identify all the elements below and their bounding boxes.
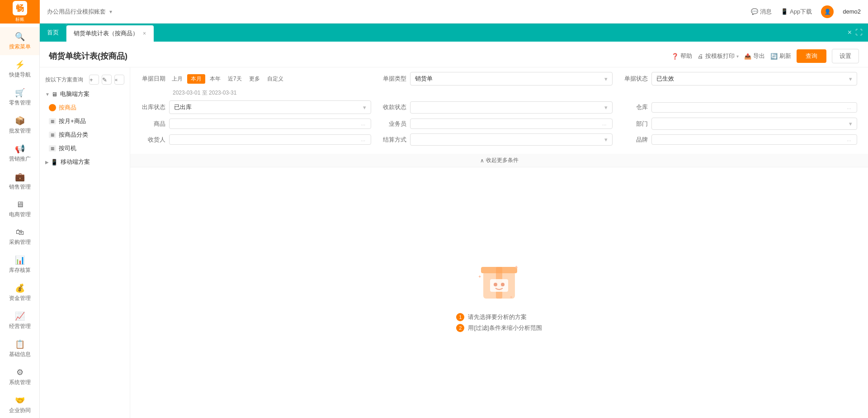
app-download-button[interactable]: 📱 App下载 xyxy=(781,8,812,16)
query-button[interactable]: 查询 xyxy=(797,49,826,63)
tab-sales-stats-label: 销货单统计表（按商品） xyxy=(74,29,138,38)
filter-cell-docstatus: 单据状态 已生效 ▾ xyxy=(620,72,861,86)
filter-cell-receiver: 收货人 … xyxy=(137,133,378,146)
print-dropdown-icon[interactable]: ▾ xyxy=(736,54,739,59)
user-name: demo2 xyxy=(843,8,861,15)
collapse-bar[interactable]: ∧ 收起更多条件 xyxy=(130,154,868,167)
user-avatar[interactable]: 👤 xyxy=(821,5,834,18)
warehouse-label: 仓库 xyxy=(620,103,651,111)
sidebar-item-enterprise[interactable]: 🤝 企业协同 xyxy=(0,391,39,418)
sidebar-finance-label: 资金管理 xyxy=(9,294,31,302)
sidebar-system-label: 系统管理 xyxy=(9,379,31,386)
print-button[interactable]: 🖨 按模板打印 ▾ xyxy=(698,52,739,60)
tab-fullscreen-button[interactable]: ⛶ xyxy=(855,28,863,37)
docstatus-arrow-icon: ▾ xyxy=(849,76,852,82)
doctype-select[interactable]: 销货单 ▾ xyxy=(410,72,612,86)
ecommerce-icon: 🖥 xyxy=(16,200,24,209)
empty-state: ✦ ✦ ✦ 1 请先选择要分析的方案 2 用[过滤]条件来缩小分析范围 xyxy=(130,167,868,418)
sidebar-search-label: 搜索菜单 xyxy=(9,43,31,51)
sidebar-marketing-label: 营销推广 xyxy=(9,155,31,163)
tree-item-by-month-goods[interactable]: ▦ 按月+商品 xyxy=(45,114,130,128)
staff-input[interactable]: … xyxy=(410,119,612,129)
app-title: 办公用品行业模拟账套 xyxy=(47,8,106,16)
left-panel-add-button[interactable]: + xyxy=(89,75,99,85)
left-panel-edit-button[interactable]: ✎ xyxy=(102,75,112,85)
brand-input[interactable]: … xyxy=(651,134,857,145)
left-panel-collapse-button[interactable]: « xyxy=(114,75,124,85)
tab-home[interactable]: 首页 xyxy=(40,24,66,42)
page-actions: ❓ 帮助 🖨 按模板打印 ▾ 📤 导出 🔄 刷新 查询 设置 xyxy=(671,49,859,63)
docstatus-select[interactable]: 已生效 ▾ xyxy=(651,72,857,86)
sidebar-item-wholesale[interactable]: 📦 批发管理 xyxy=(0,111,39,139)
system-icon: ⚙ xyxy=(16,367,24,377)
retail-icon: 🛒 xyxy=(15,88,25,98)
svg-point-5 xyxy=(501,283,505,286)
payment-arrow-icon: ▾ xyxy=(604,104,608,111)
date-btn-7days[interactable]: 近7天 xyxy=(225,74,245,84)
sidebar-item-quicknav[interactable]: ⚡ 快捷导航 xyxy=(0,55,39,83)
message-button[interactable]: 💬 消息 xyxy=(751,8,772,16)
tree-group-mobile-label[interactable]: ▶ 📱 移动端方案 xyxy=(40,155,130,169)
sidebar-item-sales[interactable]: 💼 销售管理 xyxy=(0,167,39,195)
export-label: 导出 xyxy=(753,52,765,60)
sidebar: 畅 标账 🔍 搜索菜单 ⚡ 快捷导航 🛒 零售管理 📦 批发管理 📢 营销推广 … xyxy=(0,0,40,418)
warehouse-input[interactable]: … xyxy=(651,102,857,113)
goods-input[interactable]: … xyxy=(169,119,371,129)
sidebar-item-ecommerce[interactable]: 🖥 电商管理 xyxy=(0,195,39,223)
tree-item-by-category[interactable]: ▦ 按商品分类 xyxy=(45,128,130,142)
outstatus-arrow-icon: ▾ xyxy=(363,104,366,111)
sidebar-item-inventory[interactable]: 📊 库存核算 xyxy=(0,251,39,279)
filter-row-1: 单据日期 上月 本月 本年 近7天 更多 自定义 xyxy=(137,72,861,86)
doctype-value: 销货单 xyxy=(415,75,433,83)
sidebar-item-system[interactable]: ⚙ 系统管理 xyxy=(0,363,39,391)
settings-button[interactable]: 设置 xyxy=(832,49,859,63)
tree-group-pc-label[interactable]: ▼ 🖥 电脑端方案 xyxy=(40,87,130,101)
sidebar-item-finance[interactable]: 💰 资金管理 xyxy=(0,279,39,307)
date-btn-this-month[interactable]: 本月 xyxy=(187,74,205,84)
receiver-input[interactable]: … xyxy=(169,134,371,145)
filter-cell-staff: 业务员 … xyxy=(378,118,619,130)
page-content: 销货单统计表(按商品) ❓ 帮助 🖨 按模板打印 ▾ 📤 导出 🔄 刷新 xyxy=(40,42,868,418)
outstatus-value: 已出库 xyxy=(174,103,192,111)
date-btn-last-month[interactable]: 上月 xyxy=(169,74,185,84)
filter-row-3: 商品 … 业务员 … xyxy=(137,118,861,130)
payment-select[interactable]: ▾ xyxy=(410,101,612,114)
outstatus-select[interactable]: 已出库 ▾ xyxy=(169,100,371,114)
settlement-select[interactable]: ▾ xyxy=(410,133,612,146)
tree-item-by-goods[interactable]: 按商品 xyxy=(45,101,130,114)
inactive-indicator-3: ▦ xyxy=(49,145,56,152)
filter-section: 单据日期 上月 本月 本年 近7天 更多 自定义 xyxy=(130,67,868,154)
right-panel: 单据日期 上月 本月 本年 近7天 更多 自定义 xyxy=(130,67,868,418)
message-icon: 💬 xyxy=(751,8,758,15)
app-title-dropdown[interactable]: ▾ xyxy=(109,9,112,15)
empty-hint-2-text: 用[过滤]条件来缩小分析范围 xyxy=(468,324,542,332)
sidebar-item-basic[interactable]: 📋 基础信息 xyxy=(0,335,39,363)
print-label: 按模板打印 xyxy=(705,52,735,60)
sidebar-inventory-label: 库存核算 xyxy=(9,266,31,274)
empty-hint-1: 1 请先选择要分析的方案 xyxy=(456,313,527,321)
tab-sales-stats[interactable]: 销货单统计表（按商品） × xyxy=(66,25,154,42)
tree-group-pc-text: 电脑端方案 xyxy=(60,90,90,98)
help-button[interactable]: ❓ 帮助 xyxy=(671,52,692,60)
sidebar-item-operations[interactable]: 📈 经营管理 xyxy=(0,307,39,335)
logo[interactable]: 畅 标账 xyxy=(0,0,40,24)
goods-dots-icon: … xyxy=(361,121,366,126)
tab-close-all-button[interactable]: × xyxy=(848,28,852,37)
dept-select[interactable]: ▾ xyxy=(651,118,857,130)
tab-close-button[interactable]: × xyxy=(143,30,146,37)
sidebar-item-purchase[interactable]: 🛍 采购管理 xyxy=(0,223,39,251)
export-button[interactable]: 📤 导出 xyxy=(744,52,765,60)
tree-item-by-driver-label: 按司机 xyxy=(59,144,76,152)
sidebar-item-retail[interactable]: 🛒 零售管理 xyxy=(0,83,39,111)
date-btn-custom[interactable]: 自定义 xyxy=(264,74,286,84)
main-area: 办公用品行业模拟账套 ▾ 💬 消息 📱 App下载 👤 demo2 首页 销货单… xyxy=(40,0,868,418)
refresh-button[interactable]: 🔄 刷新 xyxy=(770,52,791,60)
date-btn-more[interactable]: 更多 xyxy=(246,74,263,84)
tree-item-by-driver[interactable]: ▦ 按司机 xyxy=(45,142,130,155)
sidebar-wholesale-label: 批发管理 xyxy=(9,127,31,135)
date-range-text: 2023-03-01 至 2023-03-31 xyxy=(173,89,236,97)
sidebar-item-marketing[interactable]: 📢 营销推广 xyxy=(0,139,39,167)
svg-point-4 xyxy=(494,283,497,286)
sidebar-item-search[interactable]: 🔍 搜索菜单 xyxy=(0,27,39,55)
date-btn-this-year[interactable]: 本年 xyxy=(207,74,223,84)
